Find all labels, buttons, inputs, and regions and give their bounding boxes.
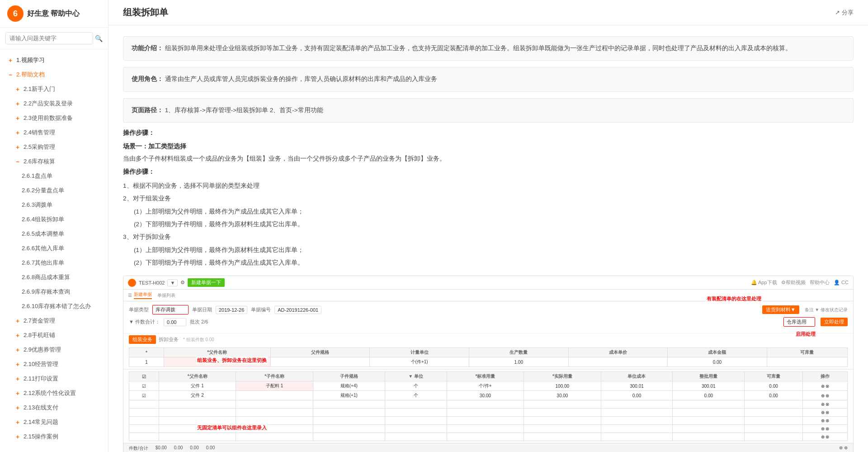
nav-item-docs[interactable]: −2.帮助文档	[0, 67, 108, 82]
mock-btd-unit1: 个	[385, 381, 447, 391]
nav-label-videos: 1.视频学习	[16, 56, 45, 64]
mock-dropdown[interactable]: ▼	[167, 279, 178, 286]
scene1-title: 场景一：加工类型选择	[123, 143, 854, 151]
mock-new-btn[interactable]: 新建单据一下	[188, 278, 225, 287]
mock-confirm-btn[interactable]: 立即处理	[821, 318, 848, 326]
mock-warehouse-input[interactable]: 仓库选用	[783, 317, 815, 327]
nav-item-docs-21[interactable]: +2.1新手入门	[0, 82, 108, 96]
mock-btd-actual1: 100.00	[524, 381, 601, 391]
mock-td-costamt: 0.00	[668, 357, 767, 367]
share-label: 分享	[842, 9, 854, 17]
mock-footer-qty: 件数/合计	[129, 445, 148, 452]
mock-input-type[interactable]: 库存调拨	[152, 305, 189, 314]
nav-label-docs-264: 2.6.4组装拆卸单	[22, 215, 64, 224]
search-button[interactable]: 🔍	[95, 35, 103, 42]
mock-input-no[interactable]: AD-20191226-001	[274, 306, 321, 314]
mock-bottom-row6: ⊕ ⊗	[129, 425, 848, 433]
nav-item-docs-265[interactable]: 2.6.5成本调整单	[0, 227, 108, 241]
mock-top-table: * *父件名称 父件规格 计量单位 生产数量 成本单价 成本金额 可库量	[129, 347, 848, 367]
mock-topbar: TEST-H002 ▼ ⚙ 新建单据一下 🔔 App下载 ⚙帮助视频 帮助中心 …	[123, 276, 853, 290]
mock-btd-6h	[601, 425, 673, 433]
mock-btd-3d	[313, 400, 385, 409]
mock-label-type: 单据类型	[129, 306, 149, 313]
nav-item-docs-268[interactable]: 2.6.8商品成本重算	[0, 270, 108, 285]
mock-btd-5a	[129, 417, 159, 425]
nav-label-docs-263: 2.6.3调拨单	[22, 201, 52, 209]
nav-label-docs-28: 2.8手机旺铺	[24, 331, 55, 339]
mock-logo	[128, 279, 136, 287]
nav-label-docs-215: 2.15操作案例	[24, 433, 58, 441]
nav-item-docs-28[interactable]: +2.8手机旺铺	[0, 328, 108, 343]
nav-item-docs-2610[interactable]: 2.6.10库存账本错了怎么办	[0, 299, 108, 314]
mock-footer-v2: 0.00	[174, 445, 183, 452]
step-item-2: (1）上部明细为父件明细，最终作为产成品生成其它入库单；	[134, 206, 854, 217]
nav-item-docs-210[interactable]: +2.10经营管理	[0, 357, 108, 371]
mock-btd-7d	[313, 433, 385, 441]
mock-input-date[interactable]: 2019-12-26	[216, 306, 247, 314]
nav-item-docs-22[interactable]: +2.2产品安装及登录	[0, 96, 108, 111]
nav-item-docs-211[interactable]: +2.11打印设置	[0, 371, 108, 386]
nav-label-docs-267: 2.6.7其他出库单	[22, 259, 64, 267]
nav-item-docs-266[interactable]: 2.6.6其他入库单	[0, 241, 108, 256]
nav-item-docs-269[interactable]: 2.6.9库存账本查询	[0, 285, 108, 299]
mock-th-seq: *	[129, 348, 164, 357]
nav-item-docs-24[interactable]: +2.4销售管理	[0, 125, 108, 140]
nav-item-docs-29[interactable]: +2.9优惠券管理	[0, 343, 108, 357]
nav-label-docs-261: 2.6.1盘点单	[22, 172, 52, 180]
mock-btd-avail1: 0.00	[745, 381, 803, 391]
nav-icon-docs-23: +	[14, 115, 21, 121]
nav-item-docs-264[interactable]: 2.6.4组装拆卸单	[0, 212, 108, 227]
mock-btd-4d	[313, 409, 385, 417]
nav-item-docs-214[interactable]: +2.14常见问题	[0, 415, 108, 429]
mock-btd-7b	[159, 433, 236, 441]
mock-btd-5j	[745, 417, 803, 425]
nav-item-docs-25[interactable]: +2.5采购管理	[0, 140, 108, 154]
mock-save-btn[interactable]: 送货到材料▼	[762, 305, 799, 314]
mock-bth-cost2: 单位成本	[601, 372, 673, 381]
mock-btd-4a	[129, 409, 159, 417]
nav-item-docs-27[interactable]: +2.7资金管理	[0, 314, 108, 328]
nav-item-docs-26[interactable]: −2.6库存核算	[0, 154, 108, 169]
nav-item-videos[interactable]: +1.视频学习	[0, 53, 108, 67]
mock-btd-check1: ☑	[129, 381, 159, 391]
mock-tab-assemble[interactable]: 组装业务	[129, 335, 156, 344]
mock-input-count[interactable]: 0.00	[164, 318, 186, 326]
nav-item-docs-23[interactable]: +2.3使用前数据准备	[0, 111, 108, 125]
share-button[interactable]: ↗ 分享	[835, 9, 854, 17]
mock-icons-right: 🔔 App下载 ⚙帮助视频 帮助中心 👤 CC	[751, 279, 849, 286]
nav-icon-docs-212: +	[14, 390, 21, 396]
mock-td-spec	[270, 357, 370, 367]
mock-btd-cost1: 300.01	[601, 381, 673, 391]
mock-tab-disassemble[interactable]: 拆卸业务	[159, 336, 179, 343]
mock-btd-5d	[313, 417, 385, 425]
step-item-0: 1、根据不同的业务，选择不同单据的类型来处理	[123, 181, 854, 191]
path-desc: 1、库存核算->库存管理->组装拆卸单 2、首页->常用功能	[165, 107, 323, 114]
nav-icon-docs-28: +	[14, 332, 21, 338]
mock-btd-6j	[745, 425, 803, 433]
step-item-4: 3、对于拆卸业务	[123, 232, 854, 243]
nav-label-docs-24: 2.4销售管理	[24, 128, 55, 137]
mock-footer-v1: $0.00	[156, 445, 167, 452]
nav-item-docs-213[interactable]: +2.13在线支付	[0, 400, 108, 415]
nav-item-docs-263[interactable]: 2.6.3调拨单	[0, 198, 108, 212]
search-input[interactable]	[5, 32, 93, 44]
nav-item-docs-215[interactable]: +2.15操作案例	[0, 429, 108, 444]
nav-item-docs-262[interactable]: 2.6.2分量盘点单	[0, 183, 108, 198]
mock-btd-6g	[524, 425, 601, 433]
path-box: 页面路径： 1、库存核算->库存管理->组装拆卸单 2、首页->常用功能	[123, 98, 854, 123]
mock-btd-cost2: 0.00	[601, 391, 673, 400]
nav-item-docs-212[interactable]: +2.12系统个性化设置	[0, 386, 108, 400]
mock-btd-avail2: 0.00	[745, 391, 803, 400]
screenshot-container: TEST-H002 ▼ ⚙ 新建单据一下 🔔 App下载 ⚙帮助视频 帮助中心 …	[123, 276, 854, 452]
mock-footer-action: ⊕ ⊗	[839, 445, 848, 452]
nav-item-docs-261[interactable]: 2.6.1盘点单	[0, 169, 108, 183]
nav-item-docs-267[interactable]: 2.6.7其他出库单	[0, 256, 108, 270]
mock-th-avail: 可库量	[767, 348, 847, 357]
mock-btd-4e	[385, 409, 447, 417]
role-desc: 通常由生产人员或库管人员完成拆装业务的操作，库管人员确认原材料的出库和产成品的入…	[165, 76, 437, 82]
mock-btd-std1: 个/件+	[447, 381, 524, 391]
nav-label-docs-26: 2.6库存核算	[24, 157, 55, 166]
ops-title: 操作步骤：	[123, 129, 854, 137]
mock-btd-3c	[236, 400, 313, 409]
nav-label-docs-21: 2.1新手入门	[24, 85, 55, 93]
